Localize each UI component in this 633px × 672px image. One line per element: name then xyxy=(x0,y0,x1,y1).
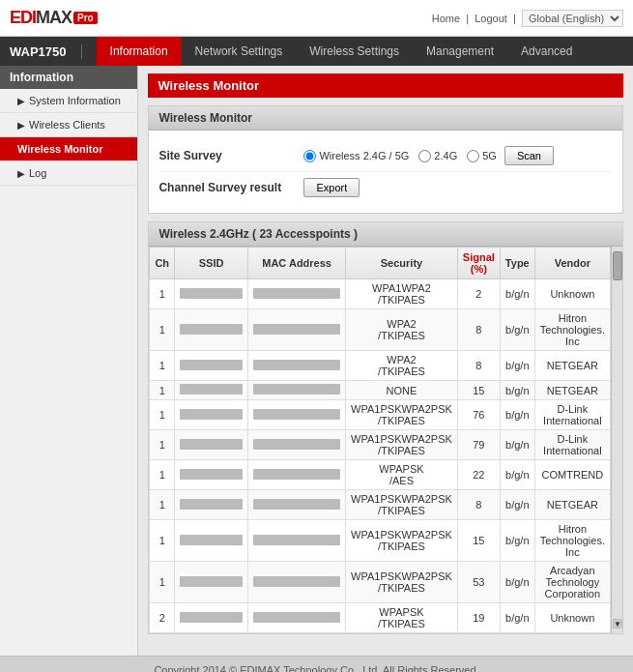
col-ch: Ch xyxy=(150,248,175,279)
sidebar-item-log[interactable]: ▶ Log xyxy=(0,161,137,186)
tab-wireless-settings[interactable]: Wireless Settings xyxy=(296,37,413,66)
cell-vendor: ASUStek COMPUTER INC. xyxy=(534,633,610,634)
table-row: 1 WPA1PSKWPA2PSK/TKIPAES 15 b/g/n Hitron… xyxy=(150,520,611,562)
data-table: Ch SSID MAC Address Security Signal(%) T… xyxy=(149,247,611,633)
sidebar: Information ▶ System Information ▶ Wirel… xyxy=(0,66,138,656)
cell-mac xyxy=(248,633,346,634)
radio-option-5g[interactable]: 5G xyxy=(467,150,497,162)
cell-signal: 15 xyxy=(457,381,500,400)
scrollbar[interactable]: ▼ xyxy=(611,247,622,633)
cell-vendor: NETGEAR xyxy=(534,351,610,381)
export-button[interactable]: Export xyxy=(303,178,360,197)
cell-mac xyxy=(248,430,346,460)
scan-button[interactable]: Scan xyxy=(504,146,554,165)
radio-2g[interactable] xyxy=(418,150,431,162)
home-link[interactable]: Home xyxy=(432,13,460,24)
cell-vendor: Arcadyan Technology Corporation xyxy=(534,562,610,603)
cell-signal: 8 xyxy=(457,490,500,520)
panel-header: Wireless Monitor xyxy=(149,106,622,131)
table-row: 6 WPA2PSK/AES 100 b/g/n ASUStek COMPUTER… xyxy=(150,633,611,634)
channel-survey-value: Export xyxy=(303,178,613,197)
sidebar-item-system-information[interactable]: ▶ System Information xyxy=(0,89,137,113)
tab-management[interactable]: Management xyxy=(413,37,507,66)
cell-type: b/g/n xyxy=(500,633,534,634)
radio-2g-label: 2.4G xyxy=(434,150,457,161)
logo-pro: Pro xyxy=(73,12,98,24)
table-panel: Wireless 2.4GHz ( 23 Accesspoints ) Ch S… xyxy=(148,221,623,634)
header-links: Home | Logout | Global (English) xyxy=(432,10,623,27)
scroll-thumb[interactable] xyxy=(613,251,622,280)
main-content: Wireless Monitor Wireless Monitor Site S… xyxy=(138,66,633,656)
table-count: ( 23 Accesspoints ) xyxy=(252,227,358,241)
sidebar-label-wireless-monitor: Wireless Monitor xyxy=(17,143,103,155)
cell-signal: 19 xyxy=(457,603,500,633)
cell-ch: 1 xyxy=(150,351,175,381)
table-title: Wireless 2.4GHz xyxy=(158,227,248,241)
arrow-icon-3: ▶ xyxy=(17,168,25,179)
site-survey-label: Site Survey xyxy=(158,149,303,162)
cell-signal: 100 xyxy=(457,633,500,634)
cell-mac xyxy=(248,279,346,309)
logo-edimax: EDIMAX xyxy=(10,8,72,28)
table-row: 1 WPA1PSKWPA2PSK/TKIPAES 79 b/g/n D-Link… xyxy=(150,430,611,460)
cell-mac xyxy=(248,603,346,633)
scroll-down-btn[interactable]: ▼ xyxy=(613,619,622,628)
cell-vendor: Unknown xyxy=(534,603,610,633)
cell-type: b/g/n xyxy=(500,309,534,351)
cell-signal: 2 xyxy=(457,279,500,309)
top-nav: WAP1750 Information Network Settings Wir… xyxy=(0,37,633,66)
tab-information[interactable]: Information xyxy=(97,37,182,66)
cell-ssid xyxy=(175,490,248,520)
table-row: 1 NONE 15 b/g/n NETGEAR xyxy=(150,381,611,400)
cell-mac xyxy=(248,381,346,400)
cell-security: NONE xyxy=(346,381,458,400)
channel-survey-row: Channel Survey result Export xyxy=(158,172,613,203)
cell-vendor: Hitron Technologies. Inc xyxy=(534,309,610,351)
cell-security: WPAPSK/TKIPAES xyxy=(346,603,458,633)
col-signal[interactable]: Signal(%) xyxy=(457,248,500,279)
cell-ssid xyxy=(175,351,248,381)
header: EDIMAX Pro Home | Logout | Global (Engli… xyxy=(0,0,633,37)
table-scroll-container[interactable]: Ch SSID MAC Address Security Signal(%) T… xyxy=(149,247,622,633)
site-survey-row: Site Survey Wireless 2.4G / 5G 2.4G xyxy=(158,140,613,172)
radio-5g[interactable] xyxy=(467,150,479,162)
cell-type: b/g/n xyxy=(500,562,534,603)
cell-ssid xyxy=(175,309,248,351)
sidebar-item-wireless-clients[interactable]: ▶ Wireless Clients xyxy=(0,113,137,137)
cell-security: WPA1WPA2/TKIPAES xyxy=(346,279,458,309)
cell-signal: 53 xyxy=(457,562,500,603)
logo-area: EDIMAX Pro xyxy=(10,8,98,28)
logout-link[interactable]: Logout xyxy=(475,13,507,24)
col-ssid: SSID xyxy=(175,248,248,279)
cell-signal: 8 xyxy=(457,351,500,381)
cell-mac xyxy=(248,460,346,490)
tab-network-settings[interactable]: Network Settings xyxy=(182,37,297,66)
cell-security: WPA2/TKIPAES xyxy=(346,351,458,381)
cell-vendor: D-Link International xyxy=(534,430,610,460)
cell-signal: 22 xyxy=(457,460,500,490)
radio-option-2g[interactable]: 2.4G xyxy=(418,150,457,162)
table-scroll-area[interactable]: Ch SSID MAC Address Security Signal(%) T… xyxy=(149,247,611,633)
cell-vendor: D-Link International xyxy=(534,400,610,430)
cell-mac xyxy=(248,562,346,603)
cell-ssid xyxy=(175,430,248,460)
cell-ch: 1 xyxy=(150,279,175,309)
radio-both-label: Wireless 2.4G / 5G xyxy=(319,150,409,161)
cell-ch: 1 xyxy=(150,460,175,490)
tab-advanced[interactable]: Advanced xyxy=(507,37,586,66)
cell-type: b/g/n xyxy=(500,381,534,400)
cell-signal: 79 xyxy=(457,430,500,460)
cell-security: WPA2/TKIPAES xyxy=(346,309,458,351)
radio-both[interactable] xyxy=(303,150,316,162)
panel-body: Site Survey Wireless 2.4G / 5G 2.4G xyxy=(149,131,622,213)
col-type: Type xyxy=(500,248,534,279)
cell-ch: 1 xyxy=(150,430,175,460)
sidebar-label-system-information: System Information xyxy=(29,95,121,106)
sidebar-item-wireless-monitor[interactable]: Wireless Monitor xyxy=(0,137,137,161)
language-select[interactable]: Global (English) xyxy=(522,10,623,27)
radio-option-both[interactable]: Wireless 2.4G / 5G xyxy=(303,150,409,162)
cell-signal: 76 xyxy=(457,400,500,430)
site-survey-value: Wireless 2.4G / 5G 2.4G 5G Scan xyxy=(303,146,613,165)
cell-ch: 1 xyxy=(150,400,175,430)
cell-ssid xyxy=(175,562,248,603)
